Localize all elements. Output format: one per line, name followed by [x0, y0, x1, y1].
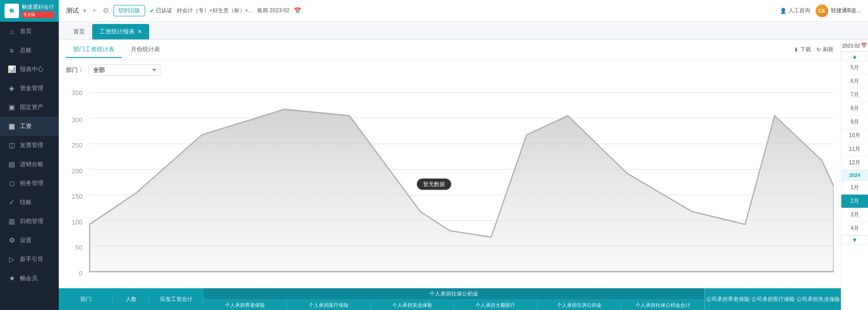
sidebar-item-archive[interactable]: ▥ 归档管理 — [0, 212, 59, 231]
sidebar-item-reports[interactable]: 📊 报表中心 — [0, 60, 59, 79]
sidebar-item-assets[interactable]: ▣ 固定资产 — [0, 98, 59, 117]
sidebar-item-salary[interactable]: ▦ 工资 — [0, 117, 59, 136]
date-picker-sidebar: 2023.02 📅 ▲ 5月 6月 7月 8月 9月 10月 11月 12月 2… — [841, 40, 868, 310]
topbar: 测试 ▾ ＋ ⚙ 切到旧版 ✔ 已认证 好会计（专）+好生意（标）+... 账期… — [59, 0, 868, 22]
sub-col-medical: 个人承担医疗保险 — [287, 300, 371, 310]
company-name: 测试 — [66, 7, 79, 15]
month-9[interactable]: 9月 — [841, 115, 868, 129]
sales-icon: ▤ — [7, 160, 16, 168]
settings-button[interactable]: ⚙ — [103, 6, 109, 15]
sub-col-housing-fund: 个人承担住房公积金 — [538, 300, 621, 310]
col-count: 人数 — [113, 296, 149, 303]
user-menu[interactable]: CE 轻捷通B追... — [816, 5, 861, 17]
svg-text:50: 50 — [75, 243, 83, 252]
sub-col-unemployment: 个人承担失业保险 — [371, 300, 454, 310]
sidebar-item-tax[interactable]: ◻ 税务管理 — [0, 174, 59, 193]
add-button[interactable]: ＋ — [91, 6, 98, 15]
download-button[interactable]: ⬇ 下载 — [794, 46, 811, 53]
sidebar-logo: 畅 畅捷通好会计 专业版 — [0, 0, 59, 22]
settings-icon: ⚙ — [7, 236, 16, 244]
company-dropdown-icon[interactable]: ▾ — [83, 7, 86, 14]
table-footer: 部门 人数 应发工资合计 个人承担社保公积金 个人承担养老保险 个人承担医疗保险… — [59, 288, 841, 310]
sidebar-item-sales[interactable]: ▤ 进销台账 — [0, 155, 59, 174]
sub-col-major-medical: 个人承担大额医疗 — [454, 300, 538, 310]
consult-label: 人工咨询 — [788, 7, 810, 14]
tab-salary-report[interactable]: 工资统计报表 ✕ — [92, 24, 149, 39]
logo-badge: 专业版 — [22, 11, 54, 18]
refresh-label: 刷新 — [823, 46, 834, 53]
month-1[interactable]: 1月 — [841, 181, 868, 195]
sub-tab-dept[interactable]: 部门工资统计表 — [66, 42, 122, 58]
sidebar-item-settings[interactable]: ⚙ 设置 — [0, 231, 59, 250]
filter-label: 部门： — [66, 66, 84, 74]
switch-to-old-button[interactable]: 切到旧版 — [113, 5, 145, 16]
cert-badge: ✔ 已认证 — [150, 7, 172, 14]
date-picker-header: 2023.02 📅 — [841, 40, 868, 52]
tab-home[interactable]: 首页 — [66, 24, 92, 39]
month-5[interactable]: 5月 — [841, 61, 868, 75]
sidebar-item-guide[interactable]: ▷ 新手引导 — [0, 250, 59, 269]
month-12[interactable]: 12月 — [841, 156, 868, 170]
logo-title: 畅捷通好会计 — [22, 4, 54, 11]
logo-icon: 畅 — [5, 4, 19, 18]
month-8[interactable]: 8月 — [841, 102, 868, 115]
col-company-pension: 公司承担养老保险 — [705, 296, 750, 303]
sub-col-total-insurance: 个人承担社保公积金合计 — [621, 300, 705, 310]
svg-text:350: 350 — [72, 89, 83, 97]
topbar-right: 👤 人工咨询 CE 轻捷通B追... — [780, 5, 861, 17]
month-10[interactable]: 10月 — [841, 129, 868, 143]
sidebar-item-invoice[interactable]: ◫ 发票管理 — [0, 136, 59, 155]
chart-area: 350 300 250 200 150 100 50 0 — [59, 80, 841, 288]
group-header-personal-insurance: 个人承担社保公积金 — [203, 288, 705, 300]
sub-col-pension: 个人承担养老保险 — [203, 300, 287, 310]
svg-text:200: 200 — [72, 167, 83, 175]
sidebar-item-home[interactable]: ⌂ 首页 — [0, 22, 59, 41]
avatar: CE — [816, 5, 828, 17]
col-dept: 部门 — [59, 296, 113, 303]
calendar-small-icon: 📅 — [861, 43, 867, 48]
calendar-icon[interactable]: 📅 — [294, 7, 301, 14]
cert-label: 已认证 — [156, 7, 172, 14]
svg-text:150: 150 — [72, 192, 83, 200]
sidebar-item-member[interactable]: ★ 畅会员 — [0, 269, 59, 288]
svg-text:250: 250 — [72, 141, 83, 149]
department-select[interactable]: 全部 部门1 部门2 — [88, 64, 160, 76]
month-11[interactable]: 11月 — [841, 143, 868, 156]
current-period: 2023.02 — [842, 43, 860, 48]
svg-text:300: 300 — [72, 115, 83, 124]
download-icon: ⬇ — [794, 47, 798, 53]
consult-button[interactable]: 👤 人工咨询 — [780, 7, 810, 14]
month-7[interactable]: 7月 — [841, 88, 868, 102]
svg-marker-16 — [90, 110, 834, 272]
settlement-icon: ✓ — [7, 198, 16, 206]
month-4[interactable]: 4月 — [841, 222, 868, 235]
check-icon: ✔ — [150, 8, 154, 14]
sub-tab-monthly[interactable]: 月份统计表 — [123, 42, 167, 58]
sidebar: 畅 畅捷通好会计 专业版 ⌂ 首页 ≡ 总账 📊 报表中心 ◈ 资金管理 ▣ 固… — [0, 0, 59, 310]
svg-text:100: 100 — [72, 218, 83, 226]
tab-close-icon[interactable]: ✕ — [137, 29, 142, 35]
month-2-current[interactable]: 2月 — [841, 195, 868, 208]
month-3[interactable]: 3月 — [841, 208, 868, 222]
col-company-medical: 公司承担医疗保险 — [750, 296, 796, 303]
member-icon: ★ — [7, 274, 16, 282]
sidebar-item-settlement[interactable]: ✓ 结账 — [0, 193, 59, 212]
guide-icon: ▷ — [7, 255, 16, 263]
col-total-salary: 应发工资合计 — [149, 296, 203, 303]
sub-tab-actions: ⬇ 下载 ↻ 刷新 — [794, 46, 834, 53]
refresh-button[interactable]: ↻ 刷新 — [816, 46, 834, 53]
filter-bar: 部门： 全部 部门1 部门2 — [59, 60, 841, 80]
scroll-down-arrow[interactable]: ▼ — [841, 235, 868, 245]
sidebar-item-ledger[interactable]: ≡ 总账 — [0, 41, 59, 60]
month-6[interactable]: 6月 — [841, 75, 868, 88]
main-area: 测试 ▾ ＋ ⚙ 切到旧版 ✔ 已认证 好会计（专）+好生意（标）+... 账期… — [59, 0, 868, 310]
ledger-icon: ≡ — [7, 47, 16, 54]
reports-icon: 📊 — [7, 65, 16, 73]
consult-icon: 👤 — [780, 8, 787, 14]
download-label: 下载 — [800, 46, 811, 53]
tabbar: 首页 工资统计报表 ✕ — [59, 22, 868, 40]
sidebar-item-funds[interactable]: ◈ 资金管理 — [0, 79, 59, 98]
scroll-up-arrow[interactable]: ▲ — [841, 52, 868, 61]
main-panel: 部门工资统计表 月份统计表 ⬇ 下载 ↻ 刷新 部门： 全部 — [59, 40, 841, 310]
content-area: 部门工资统计表 月份统计表 ⬇ 下载 ↻ 刷新 部门： 全部 — [59, 40, 868, 310]
